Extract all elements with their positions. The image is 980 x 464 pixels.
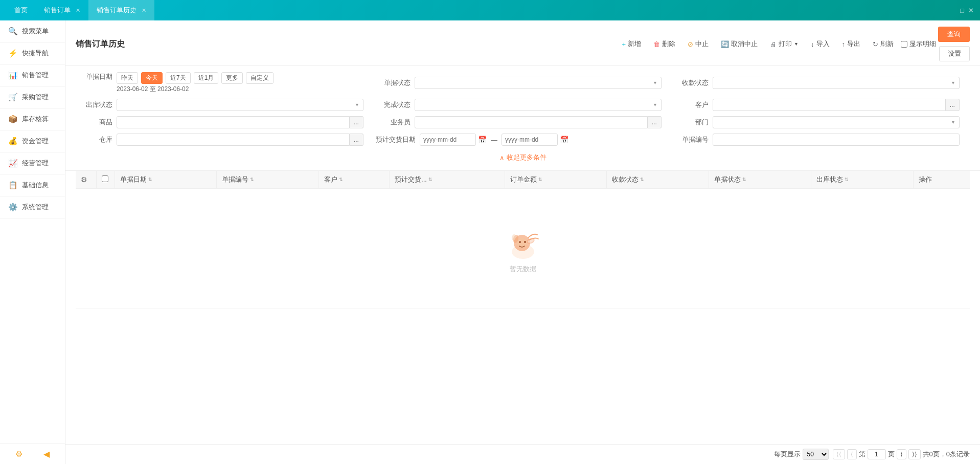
sales-icon: 📊: [8, 71, 18, 80]
sort-icon-order-amount: ⇅: [538, 177, 542, 182]
product-label: 商品: [76, 118, 117, 127]
product-dots-btn[interactable]: ...: [350, 116, 363, 128]
bill-number-input[interactable]: [713, 134, 960, 146]
page-size-dropdown[interactable]: 50 10 20 100: [803, 449, 829, 460]
tab-sales-order[interactable]: 销售订单 ✕: [36, 0, 88, 20]
sidebar-item-basic[interactable]: 📋 基础信息: [0, 174, 65, 196]
restore-button[interactable]: □: [960, 7, 964, 14]
th-bill-no[interactable]: 单据编号 ⇅: [217, 171, 319, 189]
th-expected-date[interactable]: 预计交货... ⇅: [390, 171, 505, 189]
nav-icon: ⚡: [8, 49, 18, 58]
complete-status-select[interactable]: [415, 99, 662, 111]
select-all-checkbox[interactable]: [102, 175, 108, 182]
collapse-bar[interactable]: ∧ 收起更多条件: [76, 151, 970, 164]
cancel-stop-label: 取消中止: [731, 39, 758, 49]
sidebar-item-system-label: 系统管理: [22, 203, 49, 212]
sidebar-item-inventory[interactable]: 📦 库存核算: [0, 108, 65, 130]
last-page-button[interactable]: ⟩⟩: [908, 449, 921, 459]
delete-button[interactable]: 🗑 删除: [648, 37, 680, 51]
calendar-end-icon[interactable]: 📅: [560, 136, 568, 144]
refresh-button[interactable]: ↻ 刷新: [868, 37, 899, 51]
tab-sales-order-close[interactable]: ✕: [76, 7, 80, 14]
topbar-right: □ ✕: [960, 7, 974, 14]
th-order-amount[interactable]: 订单金额 ⇅: [505, 171, 607, 189]
bill-status-select[interactable]: [415, 77, 662, 89]
import-button[interactable]: ↓ 导入: [806, 37, 835, 51]
expected-date-start[interactable]: [420, 134, 476, 146]
th-collection-status[interactable]: 收款状态 ⇅: [607, 171, 709, 189]
tab-sales-history-close[interactable]: ✕: [142, 7, 146, 14]
sidebar-item-finance[interactable]: 💰 资金管理: [0, 130, 65, 152]
display-detail-checkbox[interactable]: 显示明细: [901, 39, 936, 49]
svg-point-6: [524, 241, 526, 243]
print-button[interactable]: 🖨 打印 ▼: [765, 37, 804, 51]
salesperson-dots-btn[interactable]: ...: [648, 116, 662, 128]
table-settings-icon[interactable]: ⚙: [81, 175, 87, 184]
department-select[interactable]: [713, 116, 960, 128]
salesperson-input[interactable]: [415, 116, 648, 128]
query-button[interactable]: 查询: [938, 27, 970, 42]
prev-page-button[interactable]: ⟨: [847, 449, 857, 459]
customer-input[interactable]: [713, 99, 946, 111]
warehouse-status-select[interactable]: [117, 99, 363, 111]
first-page-button[interactable]: ⟨⟨: [833, 449, 845, 459]
date-more[interactable]: 更多: [221, 72, 243, 84]
filter-row-3: 商品 ... 业务员 ... 部门: [76, 116, 970, 128]
sidebar-item-search-label: 搜索菜单: [22, 27, 49, 36]
empty-state: 暂无数据: [81, 193, 965, 304]
page-input[interactable]: [868, 449, 886, 459]
content: 销售订单历史 + 新增 🗑 删除 ⊘ 中止 🔄 取消中止: [65, 20, 980, 464]
th-out-status[interactable]: 出库状态 ⇅: [811, 171, 914, 189]
close-button[interactable]: ✕: [968, 7, 974, 14]
svg-point-2: [517, 238, 527, 248]
complete-status-label: 完成状态: [374, 100, 415, 109]
page-size-select: 每页显示 50 10 20 100: [774, 449, 829, 460]
cancel-stop-button[interactable]: 🔄 取消中止: [716, 37, 763, 51]
tab-sales-history[interactable]: 销售订单历史 ✕: [88, 0, 154, 20]
page-label-after: 页: [888, 450, 895, 459]
expected-date-label: 预计交货日期: [374, 135, 420, 144]
system-icon: ⚙️: [8, 203, 18, 212]
collection-status-select[interactable]: [713, 77, 960, 89]
sidebar-item-system[interactable]: ⚙️ 系统管理: [0, 196, 65, 218]
total-info: 共0页，0条记录: [923, 450, 970, 459]
sidebar-item-nav[interactable]: ⚡ 快捷导航: [0, 42, 65, 64]
page-label-before: 第: [859, 450, 865, 459]
next-page-button[interactable]: ⟩: [897, 449, 906, 459]
sort-icon-bill-status: ⇅: [742, 177, 746, 182]
tab-sales-order-label: 销售订单: [44, 6, 71, 15]
date-1month[interactable]: 近1月: [194, 72, 219, 84]
stop-button[interactable]: ⊘ 中止: [682, 37, 714, 51]
date-yesterday[interactable]: 昨天: [117, 72, 138, 84]
th-customer[interactable]: 客户 ⇅: [319, 171, 390, 189]
department-label: 部门: [672, 118, 713, 127]
warehouse-input[interactable]: [117, 134, 350, 146]
th-bill-status[interactable]: 单据状态 ⇅: [709, 171, 811, 189]
date-label: 单据日期: [76, 72, 117, 81]
calendar-start-icon[interactable]: 📅: [478, 136, 487, 144]
sidebar-item-sales[interactable]: 📊 销售管理: [0, 64, 65, 86]
date-custom[interactable]: 自定义: [246, 72, 274, 84]
empty-text: 暂无数据: [510, 264, 536, 274]
display-detail-input[interactable]: [901, 41, 907, 48]
th-bill-date[interactable]: 单据日期 ⇅: [115, 171, 217, 189]
th-bill-date-label: 单据日期: [120, 175, 147, 184]
tab-home[interactable]: 首页: [6, 0, 36, 20]
export-button[interactable]: ↑ 导出: [837, 37, 866, 51]
sidebar-item-operations[interactable]: 📈 经营管理: [0, 152, 65, 174]
date-separator: —: [489, 136, 499, 144]
customer-dots-btn[interactable]: ...: [946, 99, 960, 111]
product-input[interactable]: [117, 116, 350, 128]
import-label: 导入: [816, 39, 830, 49]
date-7days[interactable]: 近7天: [166, 72, 191, 84]
sidebar-settings-icon[interactable]: ⚙: [15, 449, 22, 459]
add-button[interactable]: + 新增: [617, 37, 646, 51]
date-today[interactable]: 今天: [141, 72, 163, 84]
sidebar-item-purchase[interactable]: 🛒 采购管理: [0, 86, 65, 108]
pagination: ⟨⟨ ⟨ 第 页 ⟩ ⟩⟩ 共0页，0条记录: [833, 449, 970, 459]
settings-button[interactable]: 设置: [939, 46, 970, 61]
sidebar-item-search[interactable]: 🔍 搜索菜单: [0, 20, 65, 42]
warehouse-dots-btn[interactable]: ...: [350, 134, 363, 146]
sidebar-collapse-icon[interactable]: ◀: [43, 449, 50, 459]
expected-date-end[interactable]: [502, 134, 558, 146]
